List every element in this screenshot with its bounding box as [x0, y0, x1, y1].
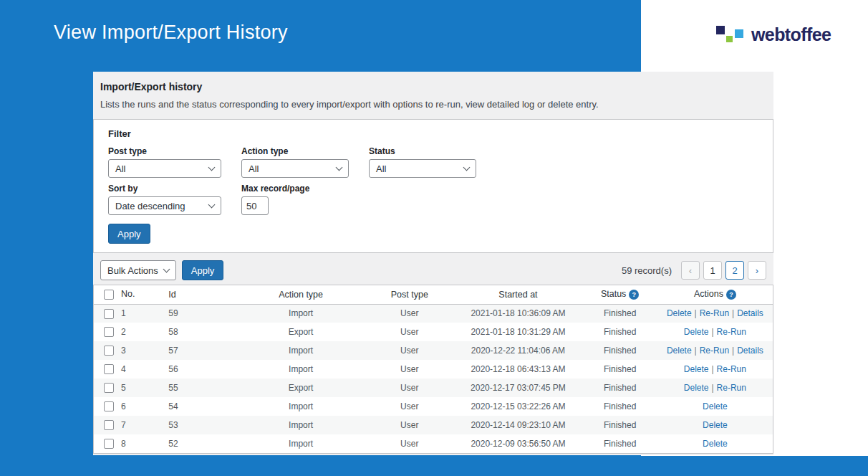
action-delete-link[interactable]: Delete [703, 439, 728, 449]
status-select[interactable]: All [369, 159, 476, 178]
row-checkbox[interactable] [104, 401, 114, 411]
action-re-run-link[interactable]: Re-Run [717, 364, 746, 374]
column-header-started-at: Started at [453, 285, 582, 304]
post-type-label: Post type [108, 146, 221, 156]
cell-actions: Delete|Re-Run|Details [657, 341, 773, 360]
column-header-status-label: Status [601, 289, 626, 299]
action-re-run-link[interactable]: Re-Run [717, 327, 746, 337]
cell-actions: Delete|Re-Run|Details [657, 304, 773, 323]
column-header-status: Status? [583, 285, 657, 304]
action-details-link[interactable]: Details [737, 308, 763, 318]
cell-post-type: User [365, 323, 453, 341]
pagination-page-2[interactable]: 2 [725, 261, 744, 280]
filter-field-action-type: Action type All [241, 146, 349, 178]
row-checkbox[interactable] [104, 439, 114, 449]
max-record-label: Max record/page [241, 184, 309, 194]
logo-square-blue-icon [735, 29, 743, 38]
action-delete-link[interactable]: Delete [684, 327, 709, 337]
chevron-down-icon [336, 163, 343, 171]
cell-started-at: 2020-12-17 03:07:45 PM [453, 379, 582, 397]
action-details-link[interactable]: Details [737, 346, 763, 356]
row-number: 6 [121, 401, 126, 411]
row-checkbox[interactable] [104, 420, 114, 430]
action-type-select[interactable]: All [241, 159, 349, 178]
cell-action-type: Import [236, 304, 365, 323]
cell-id: 52 [168, 434, 236, 453]
table-row: 258ExportUser2021-01-18 10:31:29 AMFinis… [94, 323, 773, 341]
filter-row-1: Post type All Action type All Status All [108, 146, 758, 178]
logo-square-navy-icon [716, 26, 725, 34]
pagination-next-button[interactable]: › [748, 261, 766, 280]
action-re-run-link[interactable]: Re-Run [717, 383, 746, 393]
row-number: 4 [121, 364, 126, 374]
record-count: 59 record(s) [622, 265, 672, 276]
cell-id: 54 [168, 397, 236, 416]
filter-field-max-record: Max record/page [241, 184, 309, 215]
action-re-run-link[interactable]: Re-Run [700, 346, 729, 356]
cell-post-type: User [365, 434, 453, 453]
webtoffee-logo-mark-icon [716, 24, 745, 45]
table-row: 555ExportUser2020-12-17 03:07:45 PMFinis… [94, 379, 773, 397]
filter-apply-button[interactable]: Apply [108, 224, 150, 244]
cell-started-at: 2020-12-15 03:22:26 AM [453, 397, 582, 416]
actions-help-icon[interactable]: ? [726, 290, 736, 300]
cell-status: Finished [583, 304, 657, 323]
chevron-down-icon [463, 163, 471, 171]
history-table-container: No. Id Action type Post type Started at … [93, 285, 773, 454]
sort-by-label: Sort by [108, 184, 221, 194]
table-row: 456ImportUser2020-12-18 06:43:13 AMFinis… [94, 360, 773, 379]
cell-status: Finished [583, 379, 657, 397]
cell-action-type: Import [236, 416, 365, 434]
cell-action-type: Import [236, 341, 365, 360]
bulk-actions-select[interactable]: Bulk Actions [100, 260, 176, 280]
action-separator: | [711, 327, 713, 337]
row-checkbox[interactable] [104, 346, 114, 356]
row-checkbox[interactable] [104, 327, 114, 337]
action-delete-link[interactable]: Delete [703, 420, 728, 430]
post-type-select[interactable]: All [108, 159, 221, 178]
action-separator: | [695, 346, 697, 356]
cell-status: Finished [583, 341, 657, 360]
cell-started-at: 2020-12-09 03:56:50 AM [453, 434, 582, 453]
cell-started-at: 2020-12-14 09:23:10 AM [453, 416, 582, 434]
action-delete-link[interactable]: Delete [703, 401, 728, 411]
header-row: No. Id Action type Post type Started at … [94, 285, 773, 304]
row-number: 3 [121, 346, 126, 356]
table-row: 159ImportUser2021-01-18 10:36:09 AMFinis… [94, 304, 773, 323]
row-checkbox[interactable] [104, 364, 114, 374]
sort-by-select[interactable]: Date descending [108, 196, 221, 215]
bulk-apply-button[interactable]: Apply [182, 260, 224, 280]
chevron-down-icon [208, 201, 216, 208]
action-delete-link[interactable]: Delete [684, 364, 709, 374]
column-header-no-label: No. [121, 289, 135, 299]
filter-row-2: Sort by Date descending Max record/page [108, 184, 758, 215]
action-delete-link[interactable]: Delete [667, 308, 692, 318]
sort-by-select-value: Date descending [115, 201, 185, 211]
action-delete-link[interactable]: Delete [684, 383, 709, 393]
logo-square-green-icon [726, 36, 733, 42]
cell-started-at: 2020-12-22 11:04:06 AM [453, 341, 582, 360]
row-checkbox[interactable] [104, 309, 114, 319]
row-checkbox[interactable] [104, 383, 114, 393]
cell-actions: Delete [657, 397, 773, 416]
table-row: 357ImportUser2020-12-22 11:04:06 AMFinis… [94, 341, 773, 360]
page-title: View Import/Export History [54, 22, 288, 44]
table-row: 753ImportUser2020-12-14 09:23:10 AMFinis… [94, 416, 773, 434]
cell-started-at: 2021-01-18 10:31:29 AM [453, 323, 582, 341]
status-help-icon[interactable]: ? [629, 290, 639, 300]
action-type-select-value: All [249, 163, 259, 174]
filter-section: Filter Post type All Action type All Sta… [93, 119, 773, 253]
action-re-run-link[interactable]: Re-Run [700, 308, 729, 318]
cell-id: 57 [168, 341, 236, 360]
select-all-checkbox[interactable] [104, 290, 114, 300]
panel-title: Import/Export history [93, 72, 773, 93]
column-header-actions-label: Actions [694, 289, 723, 299]
row-number: 5 [121, 383, 126, 393]
cell-post-type: User [365, 416, 453, 434]
cell-post-type: User [365, 341, 453, 360]
cell-id: 58 [168, 323, 236, 341]
action-delete-link[interactable]: Delete [667, 346, 692, 356]
max-record-input[interactable] [241, 196, 269, 215]
import-export-history-panel: Import/Export history Lists the runs and… [93, 72, 773, 455]
cell-id: 59 [168, 304, 236, 323]
